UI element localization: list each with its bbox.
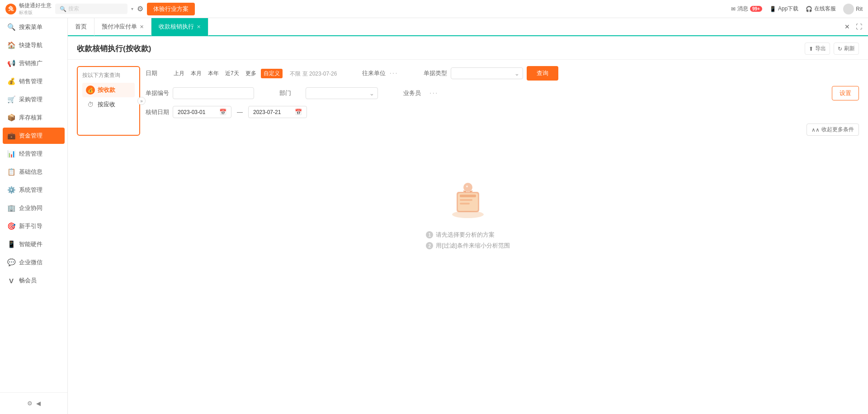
close-tab-button[interactable]: ✕	[842, 21, 853, 32]
quick-nav-icon: 🏠	[7, 41, 15, 49]
empty-tip-2: 2 用[过滤]条件来缩小分析范围	[426, 242, 509, 250]
tab-prepay[interactable]: 预付冲应付单 ✕	[94, 18, 151, 36]
calendar-to-icon[interactable]: 📅	[295, 109, 302, 115]
purchase-icon: 🛒	[7, 95, 15, 104]
sidebar-item-operations[interactable]: 📊 经营管理	[0, 145, 67, 163]
sidebar-item-smart-hw[interactable]: 📱 智能硬件	[0, 235, 67, 253]
sidebar-item-search-menu[interactable]: 🔍 搜索菜单	[0, 18, 67, 36]
by-receipt-icon: 💰	[86, 86, 95, 95]
sidebar-item-member[interactable]: V 畅会员	[0, 271, 67, 290]
wechat-icon: 💬	[7, 258, 15, 266]
message-icon: ✉	[731, 6, 736, 12]
topbar-right: ✉ 消息 99+ 📱 App下载 🎧 在线客服 Rit	[731, 4, 863, 14]
staff-label: 业务员	[403, 89, 426, 97]
filter-row-1: 日期 上月 本月 本年 近7天 更多 自定义	[146, 66, 859, 81]
topbar-gear-icon[interactable]: ⚙	[137, 5, 143, 13]
sales-icon: 💰	[7, 77, 15, 86]
tab-receipt-verify[interactable]: 收款核销执行 ✕	[151, 18, 208, 36]
by-receivable-icon: ⏱	[86, 100, 95, 109]
filter-row-3: 核销日期 2023-03-01 📅 — 2023-07-21 📅	[146, 106, 859, 118]
service-icon: 🎧	[806, 6, 812, 12]
expand-tab-button[interactable]: ⛶	[854, 21, 864, 32]
sidebar-item-finance[interactable]: 💼 资金管理	[3, 128, 65, 144]
app-download-button[interactable]: 📱 App下载	[769, 5, 798, 13]
messages-button[interactable]: ✉ 消息 99+	[731, 5, 762, 13]
filter-panel-title: 按以下方案查询	[82, 71, 135, 79]
tab-bar: 首页 预付冲应付单 ✕ 收款核销执行 ✕ ✕ ⛶	[68, 18, 868, 36]
date-shortcut-7days[interactable]: 近7天	[223, 69, 241, 78]
voucher-type-select-wrap	[451, 67, 523, 79]
sidebar-item-marketing[interactable]: 📢 营销推广	[0, 54, 67, 72]
sidebar-item-purchase[interactable]: 🛒 采购管理	[0, 90, 67, 109]
content-area: 首页 预付冲应付单 ✕ 收款核销执行 ✕ ✕ ⛶ 收款核销执行(按收款)	[68, 18, 868, 414]
topbar-chevron-icon[interactable]: ▾	[131, 6, 133, 11]
date-shortcuts: 上月 本月 本年 近7天 更多 自定义	[172, 69, 283, 78]
tab-receipt-verify-close-icon[interactable]: ✕	[197, 24, 201, 30]
user-menu[interactable]: Rit	[843, 4, 863, 14]
sidebar-item-wechat[interactable]: 💬 企业微信	[0, 253, 67, 271]
search-input[interactable]: 🔍 搜索	[55, 4, 127, 14]
voucher-type-select[interactable]	[451, 67, 523, 79]
svg-point-7	[466, 186, 468, 187]
search-icon: 🔍	[60, 6, 66, 12]
sidebar-bottom-row: ⚙ ◀	[0, 396, 67, 410]
sidebar-item-inventory[interactable]: 📦 库存核算	[0, 109, 67, 127]
page-header: 收款核销执行(按收款) ⬆ 导出 ↻ 刷新	[68, 36, 868, 60]
query-button[interactable]: 查询	[527, 66, 558, 81]
date-shortcut-this-year[interactable]: 本年	[206, 69, 221, 78]
verify-date-from-input[interactable]: 2023-03-01 📅	[173, 106, 231, 118]
filter-by-receipt[interactable]: 💰 按收款	[82, 83, 135, 97]
sidebar-item-basic-info[interactable]: 📋 基础信息	[0, 163, 67, 181]
verify-date-to-input[interactable]: 2023-07-21 📅	[248, 106, 307, 118]
operations-icon: 📊	[7, 150, 15, 158]
counterparty-label: 往来单位	[362, 69, 386, 77]
filter-form: 日期 上月 本月 本年 近7天 更多 自定义	[146, 66, 859, 136]
tab-prepay-close-icon[interactable]: ✕	[140, 24, 144, 30]
member-icon: V	[7, 277, 15, 285]
empty-tip-1: 1 请先选择要分析的方案	[426, 231, 509, 239]
date-label: 日期	[146, 69, 168, 77]
sidebar-item-quick-nav[interactable]: 🏠 快捷导航	[0, 36, 67, 54]
sidebar-item-guide[interactable]: 🎯 新手引导	[0, 217, 67, 235]
settings-bottom-icon[interactable]: ⚙	[27, 400, 33, 407]
filter-by-receivable[interactable]: ⏱ 按应收	[82, 97, 135, 112]
sidebar-item-sales[interactable]: 💰 销售管理	[0, 72, 67, 90]
calendar-from-icon[interactable]: 📅	[219, 109, 226, 115]
date-dash: —	[237, 109, 243, 115]
basic-info-icon: 📋	[7, 168, 15, 176]
refresh-button[interactable]: ↻ 刷新	[834, 43, 859, 55]
filter-left-panel: 按以下方案查询 💰 按收款 ⏱ 按应收 »	[77, 66, 140, 136]
voucher-type-label: 单据类型	[424, 69, 447, 77]
setting-button[interactable]: 设置	[832, 86, 859, 100]
topbar-left: 兔 畅捷通好生意 标准版 🔍 搜索 ▾ ⚙ 体验行业方案	[5, 2, 195, 16]
online-service-button[interactable]: 🎧 在线客服	[806, 5, 836, 13]
export-button[interactable]: ⬆ 导出	[805, 43, 830, 55]
sidebar-item-system[interactable]: ⚙️ 系统管理	[0, 181, 67, 199]
page-inner: 收款核销执行(按收款) ⬆ 导出 ↻ 刷新	[68, 36, 868, 414]
filter-panel-collapse-icon[interactable]: »	[137, 97, 146, 105]
avatar	[843, 4, 854, 14]
date-shortcut-custom[interactable]: 自定义	[261, 69, 283, 78]
refresh-icon: ↻	[838, 46, 842, 52]
date-no-limit: 不限 至 2023-07-26	[290, 70, 337, 78]
filter-voucher-type-field: 单据类型 查询	[424, 66, 558, 81]
empty-illustration	[445, 178, 491, 224]
staff-dots: ···	[429, 89, 438, 97]
system-icon: ⚙️	[7, 186, 15, 194]
search-menu-icon: 🔍	[7, 23, 15, 31]
main-layout: 🔍 搜索菜单 🏠 快捷导航 📢 营销推广 💰 销售管理 🛒 采购管理 📦 库存核…	[0, 18, 868, 414]
finance-icon: 💼	[7, 132, 15, 140]
dept-label: 部门	[279, 89, 302, 97]
date-shortcut-more[interactable]: 更多	[244, 69, 258, 78]
filter-actions-row: ∧∧ 收起更多条件	[146, 124, 859, 136]
sidebar-item-enterprise[interactable]: 🏢 企业协同	[0, 199, 67, 217]
tab-home[interactable]: 首页	[68, 18, 94, 36]
collapse-more-button[interactable]: ∧∧ 收起更多条件	[807, 124, 859, 136]
dept-select[interactable]	[306, 87, 378, 99]
page-header-actions: ⬆ 导出 ↻ 刷新	[805, 43, 859, 55]
sidebar-collapse-icon[interactable]: ◀	[36, 400, 41, 407]
voucher-no-input[interactable]	[173, 87, 254, 99]
solution-button[interactable]: 体验行业方案	[147, 3, 195, 15]
date-shortcut-this-month[interactable]: 本月	[189, 69, 203, 78]
date-shortcut-last-month[interactable]: 上月	[172, 69, 186, 78]
